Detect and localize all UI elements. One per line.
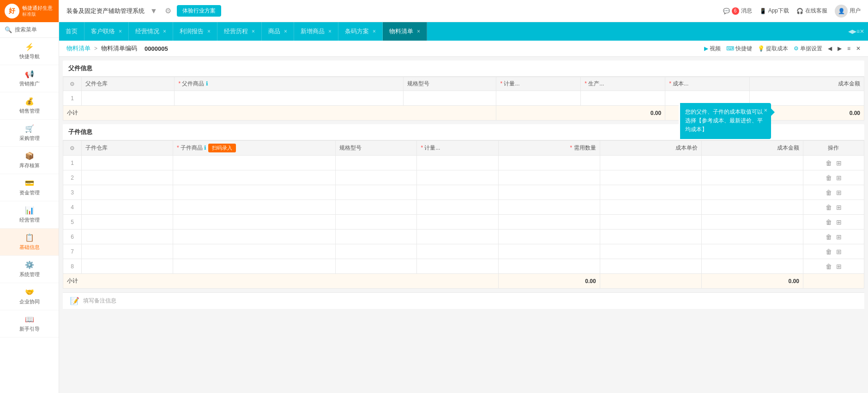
child-unit-cost-8[interactable] (600, 259, 701, 274)
copy-icon-7[interactable]: ⊞ (836, 248, 842, 255)
sidebar-item-inventory[interactable]: 📦 库存核算 (0, 147, 59, 174)
scan-input-btn[interactable]: 扫码录入 (208, 144, 236, 152)
trial-industry-btn[interactable]: 体验行业方案 (177, 5, 221, 17)
child-goods-6[interactable] (173, 230, 336, 244)
app-download-action[interactable]: 📱 App下载 (760, 7, 789, 15)
child-qty-8[interactable] (498, 259, 600, 274)
child-goods-1[interactable] (173, 156, 336, 170)
child-qty-5[interactable] (498, 215, 600, 230)
parent-goods-cell[interactable] (175, 91, 404, 106)
tab-customer[interactable]: 客户联络 × (84, 22, 129, 41)
message-action[interactable]: 💬 6 消息 (723, 7, 752, 15)
child-warehouse-7[interactable] (82, 244, 173, 259)
tab-goods[interactable]: 商品 × (262, 22, 294, 41)
child-unit-8[interactable] (417, 259, 498, 274)
tab-bom[interactable]: 物料清单 × (383, 22, 427, 41)
nav-close-btn[interactable]: ✕ (856, 45, 861, 52)
tab-menu-icon[interactable]: ≡ (856, 28, 860, 35)
copy-icon-8[interactable]: ⊞ (836, 263, 842, 270)
delete-icon-6[interactable]: 🗑 (826, 233, 832, 241)
delete-icon-2[interactable]: 🗑 (826, 174, 832, 181)
copy-icon-1[interactable]: ⊞ (836, 159, 842, 167)
child-qty-7[interactable] (498, 244, 600, 259)
child-unit-6[interactable] (417, 230, 498, 244)
child-unit-cost-5[interactable] (600, 215, 701, 230)
parent-warehouse-cell[interactable] (82, 91, 175, 106)
child-goods-5[interactable] (173, 215, 336, 230)
copy-icon-4[interactable]: ⊞ (836, 204, 842, 211)
child-qty-2[interactable] (498, 170, 600, 185)
th-parent-settings[interactable]: ⚙ (63, 77, 82, 91)
tab-profit-close[interactable]: × (207, 28, 211, 35)
child-unit-5[interactable] (417, 215, 498, 230)
video-btn[interactable]: ▶ 视频 (704, 45, 721, 53)
delete-icon-1[interactable]: 🗑 (826, 159, 832, 167)
breadcrumb-bom[interactable]: 物料清单 (66, 44, 90, 53)
parent-produce-cell[interactable] (581, 91, 665, 106)
nav-next-btn[interactable]: ▶ (838, 45, 842, 52)
search-menu-btn[interactable]: 🔍 搜索菜单 (0, 22, 59, 38)
child-warehouse-4[interactable] (82, 200, 173, 215)
child-unit-2[interactable] (417, 170, 498, 185)
sidebar-item-operations[interactable]: 📊 经营管理 (0, 201, 59, 229)
tab-operation-close[interactable]: × (163, 28, 166, 35)
copy-icon-3[interactable]: ⊞ (836, 189, 842, 196)
delete-icon-5[interactable]: 🗑 (826, 218, 832, 226)
tab-new-goods-close[interactable]: × (328, 28, 332, 35)
tab-barcode-close[interactable]: × (373, 28, 376, 35)
sidebar-item-enterprise[interactable]: 🤝 企业协同 (0, 283, 59, 310)
th-child-settings[interactable]: ⚙ (63, 141, 82, 156)
delete-icon-3[interactable]: 🗑 (826, 189, 832, 196)
child-spec-5[interactable] (336, 215, 417, 230)
shortcut-btn[interactable]: ⌨ 快捷键 (726, 45, 752, 53)
child-unit-7[interactable] (417, 244, 498, 259)
child-goods-8[interactable] (173, 259, 336, 274)
tab-right-arrow[interactable]: ▶ (852, 28, 856, 35)
tab-home[interactable]: 首页 (59, 22, 84, 41)
tab-left-arrow[interactable]: ◀ (848, 28, 852, 35)
child-unit-1[interactable] (417, 156, 498, 170)
child-qty-6[interactable] (498, 230, 600, 244)
parent-unit-cell[interactable] (496, 91, 581, 106)
child-warehouse-3[interactable] (82, 185, 173, 200)
online-service-action[interactable]: 🎧 在线客服 (796, 7, 827, 15)
child-qty-3[interactable] (498, 185, 600, 200)
single-setting-btn[interactable]: ⚙ 单据设置 (794, 45, 822, 53)
sidebar-item-sales[interactable]: 💰 销售管理 (0, 92, 59, 120)
delete-icon-8[interactable]: 🗑 (826, 263, 832, 270)
child-unit-cost-1[interactable] (600, 156, 701, 170)
user-action[interactable]: 👤 用户 (835, 5, 861, 18)
sidebar-item-finance[interactable]: 💳 资金管理 (0, 174, 59, 201)
child-spec-3[interactable] (336, 185, 417, 200)
child-spec-2[interactable] (336, 170, 417, 185)
child-settings-icon[interactable]: ⚙ (70, 145, 75, 151)
dropdown-arrow-btn[interactable]: ▼ (148, 6, 159, 16)
child-goods-3[interactable] (173, 185, 336, 200)
delete-icon-7[interactable]: 🗑 (826, 248, 832, 255)
child-unit-cost-2[interactable] (600, 170, 701, 185)
child-qty-4[interactable] (498, 200, 600, 215)
child-warehouse-8[interactable] (82, 259, 173, 274)
child-warehouse-2[interactable] (82, 170, 173, 185)
delete-icon-4[interactable]: 🗑 (826, 204, 832, 211)
sidebar-item-system[interactable]: ⚙️ 系统管理 (0, 256, 59, 283)
child-spec-6[interactable] (336, 230, 417, 244)
child-unit-cost-3[interactable] (600, 185, 701, 200)
note-placeholder[interactable]: 填写备注信息 (83, 297, 116, 305)
child-warehouse-5[interactable] (82, 215, 173, 230)
child-goods-7[interactable] (173, 244, 336, 259)
sidebar-item-basic-info[interactable]: 📋 基础信息 (0, 229, 59, 256)
child-goods-4[interactable] (173, 200, 336, 215)
child-spec-1[interactable] (336, 156, 417, 170)
child-warehouse-1[interactable] (82, 156, 173, 170)
copy-icon-6[interactable]: ⊞ (836, 233, 842, 241)
parent-spec-cell[interactable] (404, 91, 496, 106)
sidebar-item-quick-nav[interactable]: ⚡ 快捷导航 (0, 38, 59, 65)
tab-close-all[interactable]: ✕ (860, 28, 864, 35)
child-spec-7[interactable] (336, 244, 417, 259)
tab-operation[interactable]: 经营情况 × (129, 22, 173, 41)
tab-history[interactable]: 经营历程 × (217, 22, 262, 41)
sidebar-item-marketing[interactable]: 📢 营销推广 (0, 65, 59, 92)
child-qty-1[interactable] (498, 156, 600, 170)
tab-profit[interactable]: 利润报告 × (173, 22, 217, 41)
